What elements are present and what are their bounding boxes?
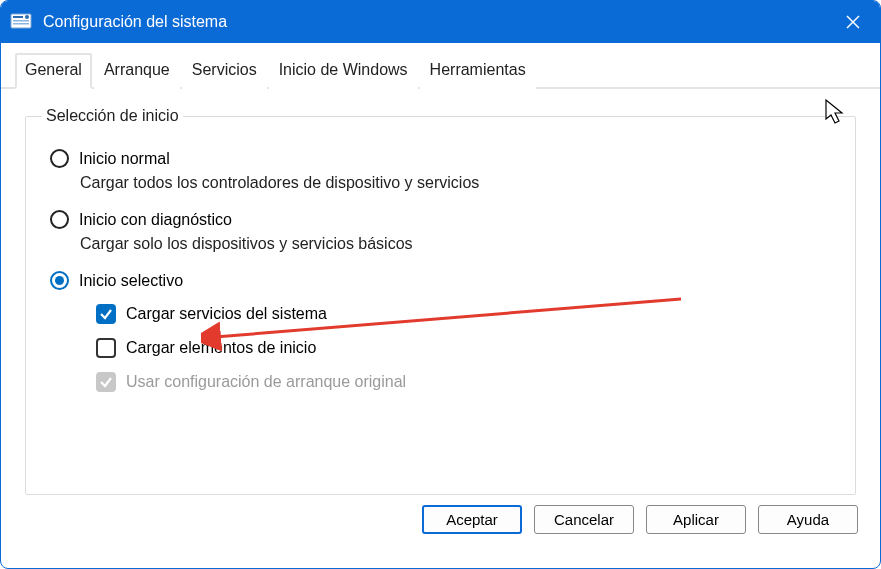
check-load-services-row[interactable]: Cargar servicios del sistema	[96, 304, 839, 324]
tab-servicios[interactable]: Servicios	[182, 53, 267, 89]
option-normal: Inicio normal Cargar todos los controlad…	[50, 149, 839, 192]
tab-bar: General Arranque Servicios Inicio de Win…	[1, 43, 880, 89]
checkmark-icon	[99, 375, 113, 389]
apply-button[interactable]: Aplicar	[646, 505, 746, 534]
svg-point-4	[25, 15, 29, 19]
check-load-services[interactable]	[96, 304, 116, 324]
tab-inicio-windows[interactable]: Inicio de Windows	[269, 53, 418, 89]
radio-normal[interactable]	[50, 149, 69, 168]
check-load-startup[interactable]	[96, 338, 116, 358]
check-label: Cargar elementos de inicio	[126, 339, 316, 357]
button-label: Aceptar	[446, 511, 498, 528]
svg-rect-1	[13, 16, 23, 18]
help-button[interactable]: Ayuda	[758, 505, 858, 534]
tab-label: Servicios	[192, 61, 257, 78]
startup-selection-group: Selección de inicio Inicio normal Cargar…	[25, 107, 856, 495]
close-icon	[846, 15, 860, 29]
radio-label: Inicio con diagnóstico	[79, 211, 232, 229]
svg-rect-3	[13, 23, 29, 25]
radio-label: Inicio selectivo	[79, 272, 183, 290]
option-diagnostic: Inicio con diagnóstico Cargar solo los d…	[50, 210, 839, 253]
tab-arranque[interactable]: Arranque	[94, 53, 180, 89]
tab-label: Arranque	[104, 61, 170, 78]
accept-button[interactable]: Aceptar	[422, 505, 522, 534]
button-label: Aplicar	[673, 511, 719, 528]
tab-general[interactable]: General	[15, 53, 92, 89]
window-title: Configuración del sistema	[43, 13, 830, 31]
checkmark-icon	[99, 307, 113, 321]
radio-diagnostic-row[interactable]: Inicio con diagnóstico	[50, 210, 839, 229]
check-label: Usar configuración de arranque original	[126, 373, 406, 391]
radio-normal-row[interactable]: Inicio normal	[50, 149, 839, 168]
close-button[interactable]	[830, 1, 876, 43]
selective-sub-options: Cargar servicios del sistema Cargar elem…	[96, 304, 839, 392]
tab-label: Herramientas	[430, 61, 526, 78]
radio-selective-row[interactable]: Inicio selectivo	[50, 271, 839, 290]
option-desc: Cargar solo los dispositivos y servicios…	[80, 235, 839, 253]
group-legend: Selección de inicio	[42, 107, 183, 125]
svg-rect-2	[13, 20, 29, 22]
cancel-button[interactable]: Cancelar	[534, 505, 634, 534]
check-original-boot	[96, 372, 116, 392]
check-load-startup-row[interactable]: Cargar elementos de inicio	[96, 338, 839, 358]
titlebar: Configuración del sistema	[1, 1, 880, 43]
radio-diagnostic[interactable]	[50, 210, 69, 229]
msconfig-icon	[9, 10, 33, 34]
check-original-boot-row: Usar configuración de arranque original	[96, 372, 839, 392]
button-label: Cancelar	[554, 511, 614, 528]
button-label: Ayuda	[787, 511, 829, 528]
check-label: Cargar servicios del sistema	[126, 305, 327, 323]
option-desc: Cargar todos los controladores de dispos…	[80, 174, 839, 192]
content-panel: Selección de inicio Inicio normal Cargar…	[1, 89, 880, 505]
tab-herramientas[interactable]: Herramientas	[420, 53, 536, 89]
radio-label: Inicio normal	[79, 150, 170, 168]
radio-selective[interactable]	[50, 271, 69, 290]
dialog-buttons: Aceptar Cancelar Aplicar Ayuda	[1, 505, 880, 552]
tab-label: Inicio de Windows	[279, 61, 408, 78]
option-selective: Inicio selectivo Cargar servicios del si…	[50, 271, 839, 392]
tab-label: General	[25, 61, 82, 78]
